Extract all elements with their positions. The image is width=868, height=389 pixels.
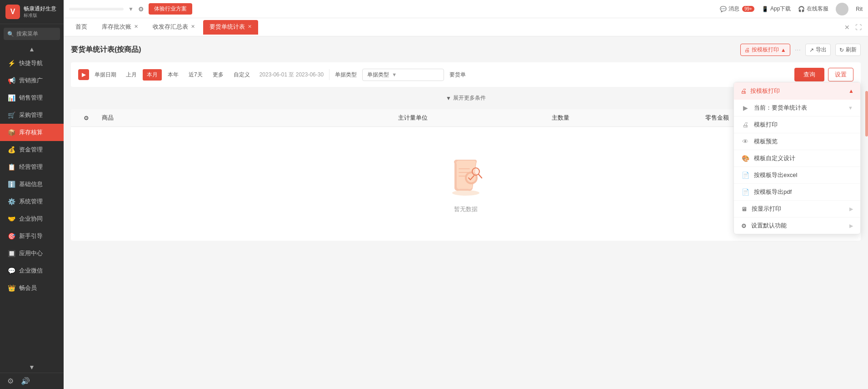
main-area: ▼ ⚙ 体验行业方案 💬 消息 99+ 📱 App下载 🎧 在线客服 Rit 首… <box>64 0 868 389</box>
dropdown-template-design[interactable]: 🎨 模板自定义设计 <box>734 150 860 167</box>
dropdown-export-pdf[interactable]: 📄 按模板导出pdf <box>734 184 860 201</box>
topbar-dropdown-arrow[interactable]: ▼ <box>128 6 134 12</box>
trial-btn[interactable]: 体验行业方案 <box>149 3 192 15</box>
message-badge: 99+ <box>742 6 754 12</box>
tab-expand-btn[interactable]: ⛶ <box>854 23 863 32</box>
dropdown-current-template[interactable]: ▶ 当前：要货单统计表 ▼ <box>734 100 860 116</box>
finance-icon: 💰 <box>7 146 15 153</box>
filter-divider-1 <box>329 69 329 80</box>
tab-order-stat[interactable]: 要货单统计表 ✕ <box>203 20 258 35</box>
display-print-arrow: ▶ <box>849 206 853 212</box>
tab-batch-close[interactable]: ✕ <box>134 24 138 30</box>
date-options: 上月 本月 本年 近7天 更多 自定义 <box>122 69 254 81</box>
tab-close-btn[interactable]: ✕ <box>843 23 851 32</box>
refresh-btn[interactable]: ↻ 刷新 <box>835 44 861 56</box>
sales-icon: 📊 <box>7 94 15 101</box>
inventory-icon: 📦 <box>7 129 15 136</box>
dropdown-header[interactable]: 🖨 按模板打印 ▲ <box>734 82 860 100</box>
system-icon: ⚙️ <box>7 198 15 205</box>
dropdown-default-func[interactable]: ⚙ 设置默认功能 ▶ <box>734 217 860 234</box>
topbar-gear-icon[interactable]: ⚙ <box>138 5 144 13</box>
sidebar-search[interactable]: 🔍 搜索菜单 <box>4 28 60 40</box>
default-func-arrow: ▶ <box>849 223 853 229</box>
basic-icon: ℹ️ <box>7 181 15 188</box>
sidebar-item-marketing[interactable]: 📢 营销推广 <box>0 72 64 89</box>
export-btn[interactable]: ↗ 导出 <box>805 44 831 56</box>
filter-collapse-btn[interactable]: ▶ <box>78 69 89 80</box>
sidebar-item-quicknav[interactable]: ⚡ 快捷导航 <box>0 55 64 72</box>
sidebar-item-basic[interactable]: ℹ️ 基础信息 <box>0 176 64 193</box>
tab-home[interactable]: 首页 <box>69 20 94 35</box>
print-template-btn[interactable]: 🖨 按模板打印 ▲ <box>740 44 790 56</box>
svg-point-0 <box>452 190 479 196</box>
content-area: 要货单统计表(按商品) 🖨 按模板打印 ▲ ··· ↗ 导出 ↻ 刷新 <box>64 36 868 389</box>
username-label: Rit <box>856 6 863 12</box>
date-btn-custom[interactable]: 自定义 <box>229 69 254 81</box>
search-icon: 🔍 <box>7 31 14 37</box>
scroll-up-btn[interactable]: ▲ <box>0 44 64 55</box>
sound-icon[interactable]: 🔊 <box>21 377 30 385</box>
col-gear[interactable]: ⚙ <box>78 110 96 126</box>
topbar-search-box[interactable] <box>69 8 124 10</box>
date-range-display: 2023-06-01 至 2023-06-30 <box>259 71 324 79</box>
dropdown-display-print[interactable]: 🖥 按显示打印 ▶ <box>734 201 860 217</box>
sidebar-item-wechat[interactable]: 💬 企业微信 <box>0 262 64 279</box>
sidebar-nav: ⚡ 快捷导航 📢 营销推广 📊 销售管理 🛒 采购管理 📦 库存核算 💰 资金管… <box>0 55 64 362</box>
dropdown-template-print[interactable]: 🖨 模板打印 <box>734 116 860 133</box>
collab-icon: 🤝 <box>7 215 15 222</box>
expand-btn[interactable]: ▼ 展开更多条件 <box>440 92 491 104</box>
logo-icon: V <box>5 5 20 19</box>
date-btn-7days[interactable]: 近7天 <box>185 69 207 81</box>
tab-summary-close[interactable]: ✕ <box>191 24 195 30</box>
message-icon: 💬 <box>720 6 727 12</box>
scroll-down-btn[interactable]: ▼ <box>0 362 64 373</box>
purchase-icon: 🛒 <box>7 111 15 119</box>
order-type-select[interactable]: 单据类型 ▼ <box>362 69 444 81</box>
sidebar-item-system[interactable]: ⚙️ 系统管理 <box>0 193 64 210</box>
message-action[interactable]: 💬 消息 99+ <box>720 5 754 13</box>
date-btn-this-year[interactable]: 本年 <box>164 69 183 81</box>
col-qty: 主数量 <box>546 109 700 126</box>
query-btn[interactable]: 查询 <box>794 68 824 81</box>
default-func-icon: ⚙ <box>741 222 747 229</box>
sidebar: V 畅康通好生意 标准版 🔍 搜索菜单 ▲ ⚡ 快捷导航 📢 营销推广 📊 销售… <box>0 0 64 389</box>
wechat-icon: 💬 <box>7 267 15 274</box>
right-scrollbar[interactable] <box>865 91 868 136</box>
sidebar-item-guide[interactable]: 🎯 新手引导 <box>0 227 64 245</box>
date-btn-this-month[interactable]: 本月 <box>143 69 162 81</box>
tab-batch[interactable]: 库存批次账 ✕ <box>95 20 145 35</box>
more-actions-icon[interactable]: ··· <box>795 46 801 54</box>
tab-order-stat-close[interactable]: ✕ <box>248 24 252 30</box>
export-pdf-icon: 📄 <box>741 188 749 196</box>
settings-bottom-icon[interactable]: ⚙ <box>7 377 14 385</box>
sidebar-item-inventory[interactable]: 📦 库存核算 <box>0 124 64 141</box>
tab-summary[interactable]: 收发存汇总表 ✕ <box>146 20 201 35</box>
date-btn-last-month[interactable]: 上月 <box>122 69 141 81</box>
dropdown-template-preview[interactable]: 👁 模板预览 <box>734 133 860 150</box>
template-print-icon: 🖨 <box>741 121 749 128</box>
sidebar-item-member[interactable]: 👑 畅会员 <box>0 279 64 297</box>
template-indicator-icon: ▶ <box>741 104 749 111</box>
page-header: 要货单统计表(按商品) 🖨 按模板打印 ▲ ··· ↗ 导出 ↻ 刷新 <box>71 44 861 56</box>
select-arrow-icon: ▼ <box>392 72 397 77</box>
app-logo: V 畅康通好生意 标准版 <box>0 0 64 24</box>
sidebar-item-operation[interactable]: 📋 经营管理 <box>0 158 64 176</box>
app-download-action[interactable]: 📱 App下载 <box>762 5 791 13</box>
sidebar-item-collab[interactable]: 🤝 企业协同 <box>0 210 64 227</box>
sidebar-item-purchase[interactable]: 🛒 采购管理 <box>0 106 64 124</box>
sidebar-item-sales[interactable]: 📊 销售管理 <box>0 89 64 106</box>
refresh-icon: ↻ <box>839 47 844 53</box>
print-template-dropdown: 🖨 按模板打印 ▲ ▶ 当前：要货单统计表 ▼ 🖨 模板打印 👁 模板预览 🎨 <box>733 82 861 234</box>
quicknav-icon: ⚡ <box>7 60 15 67</box>
app-name: 畅康通好生意 标准版 <box>24 5 56 19</box>
date-btn-more[interactable]: 更多 <box>209 69 228 81</box>
user-avatar[interactable] <box>836 3 848 15</box>
sidebar-item-app[interactable]: 🔲 应用中心 <box>0 245 64 262</box>
online-service-action[interactable]: 🎧 在线客服 <box>798 5 828 13</box>
template-preview-icon: 👁 <box>741 138 749 145</box>
service-icon: 🎧 <box>798 6 805 12</box>
topbar: ▼ ⚙ 体验行业方案 💬 消息 99+ 📱 App下载 🎧 在线客服 Rit <box>64 0 868 18</box>
dropdown-export-excel[interactable]: 📄 按模板导出excel <box>734 167 860 184</box>
sidebar-item-finance[interactable]: 💰 资金管理 <box>0 141 64 158</box>
settings-btn[interactable]: 设置 <box>828 68 853 81</box>
